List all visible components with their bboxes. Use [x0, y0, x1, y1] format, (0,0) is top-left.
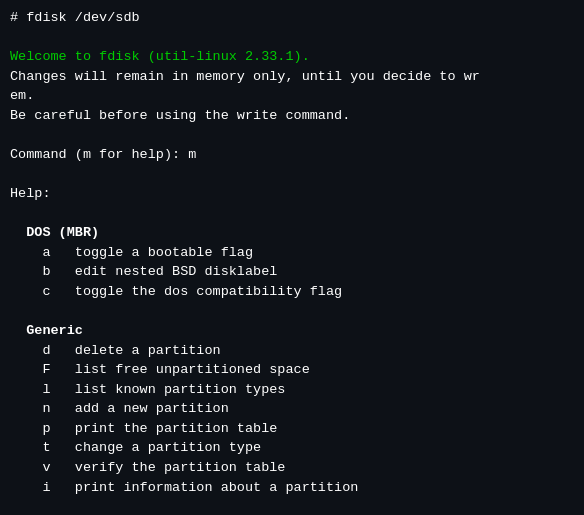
cmd-F-line: F list free unpartitioned space: [10, 360, 574, 380]
blank-line-3: [10, 165, 574, 185]
blank-line-4: [10, 204, 574, 224]
cmd-l-line: l list known partition types: [10, 380, 574, 400]
cmd-t-line: t change a partition type: [10, 438, 574, 458]
changes-line-1: Changes will remain in memory only, unti…: [10, 67, 574, 87]
blank-line-1: [10, 28, 574, 48]
terminal-window: # fdisk /dev/sdb Welcome to fdisk (util-…: [0, 0, 584, 515]
cmd-v-line: v verify the partition table: [10, 458, 574, 478]
cmd-c-line: c toggle the dos compatibility flag: [10, 282, 574, 302]
cmd-n-line: n add a new partition: [10, 399, 574, 419]
cmd-d-line: d delete a partition: [10, 341, 574, 361]
blank-line-2: [10, 125, 574, 145]
dos-mbr-header: DOS (MBR): [10, 223, 574, 243]
help-label: Help:: [10, 184, 574, 204]
blank-line-5: [10, 301, 574, 321]
careful-line: Be careful before using the write comman…: [10, 106, 574, 126]
changes-line-2: em.: [10, 86, 574, 106]
welcome-line: Welcome to fdisk (util-linux 2.33.1).: [10, 47, 574, 67]
cmd-p-line: p print the partition table: [10, 419, 574, 439]
cmd-b-line: b edit nested BSD disklabel: [10, 262, 574, 282]
command-prompt-line: Command (m for help): m: [10, 145, 574, 165]
cmd-i-line: i print information about a partition: [10, 478, 574, 498]
fdisk-command-line: # fdisk /dev/sdb: [10, 8, 574, 28]
cmd-a-line: a toggle a bootable flag: [10, 243, 574, 263]
generic-header: Generic: [10, 321, 574, 341]
